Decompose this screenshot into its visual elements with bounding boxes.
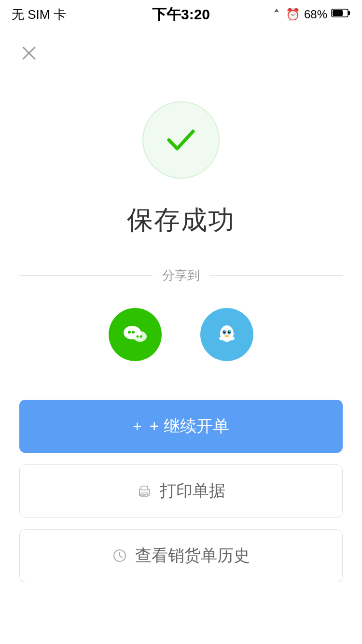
divider-row: 分享到: [19, 267, 343, 284]
svg-point-7: [128, 331, 131, 334]
svg-point-17: [228, 331, 231, 334]
status-left: 无 SIM 卡: [12, 6, 71, 23]
share-label: 分享到: [162, 267, 200, 284]
success-title: 保存成功: [127, 203, 235, 238]
plus-icon: +: [133, 418, 142, 435]
clock-icon: [112, 548, 127, 563]
share-icons: [109, 308, 253, 361]
svg-point-12: [219, 336, 225, 340]
print-label: 打印单据: [160, 480, 225, 502]
divider-left: [19, 275, 153, 276]
sim-status: 无 SIM 卡: [12, 6, 66, 23]
svg-point-13: [229, 336, 235, 340]
svg-point-20: [224, 335, 229, 337]
status-time: 下午3:20: [152, 5, 210, 25]
battery-icon: [331, 8, 350, 21]
svg-point-16: [223, 331, 226, 334]
share-section: 分享到: [19, 267, 343, 361]
print-button[interactable]: 打印单据: [19, 464, 343, 518]
svg-rect-1: [348, 11, 350, 15]
battery-percent: 68%: [304, 8, 327, 21]
close-button[interactable]: [14, 39, 43, 68]
success-icon-circle: [142, 101, 220, 179]
svg-line-28: [120, 556, 122, 558]
continue-button[interactable]: + + 继续开单: [19, 400, 343, 453]
location-icon: [271, 8, 282, 21]
svg-point-10: [140, 336, 142, 338]
svg-point-9: [137, 336, 139, 338]
history-label: 查看销货单历史: [135, 545, 250, 567]
svg-rect-23: [141, 486, 148, 490]
alarm-icon: ⏰: [286, 8, 300, 21]
printer-icon: [137, 483, 152, 499]
continue-label: + 继续开单: [150, 415, 229, 437]
svg-point-18: [224, 331, 225, 332]
checkmark-icon: [162, 120, 200, 160]
svg-rect-2: [333, 10, 343, 16]
action-buttons: + + 继续开单 打印单据: [19, 400, 343, 582]
divider-right: [209, 275, 343, 276]
svg-rect-22: [141, 493, 148, 497]
status-bar: 无 SIM 卡 下午3:20 ⏰ 68%: [0, 0, 362, 29]
svg-point-19: [229, 331, 230, 332]
qq-circle: [200, 308, 253, 361]
svg-point-8: [132, 331, 135, 334]
share-qq[interactable]: [200, 308, 253, 361]
status-right: ⏰ 68%: [271, 8, 350, 21]
wechat-circle: [109, 308, 162, 361]
main-content: 保存成功 分享到: [0, 77, 362, 644]
history-button[interactable]: 查看销货单历史: [19, 529, 343, 582]
share-wechat[interactable]: [109, 308, 162, 361]
